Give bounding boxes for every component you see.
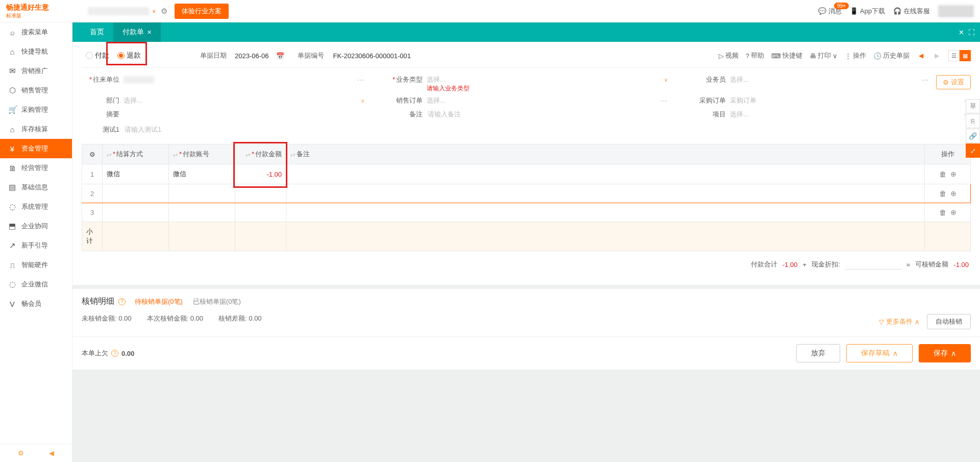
fullscreen-icon[interactable]: ⛶ [968, 29, 975, 36]
add-row-icon[interactable]: ⊕ [950, 208, 957, 216]
sidebar-item-sales[interactable]: ⬡销售管理 [0, 81, 72, 100]
add-row-icon[interactable]: ⊕ [950, 189, 957, 198]
video-button[interactable]: ▷ 视频 [719, 51, 739, 60]
sidebar-item-member[interactable]: V畅会员 [0, 294, 72, 313]
cell-account[interactable] [169, 203, 235, 222]
tab-home[interactable]: 首页 [81, 22, 113, 42]
save-draft-button[interactable]: 保存草稿∧ [846, 344, 913, 362]
sidebar-item-marketing[interactable]: ✉营销推广 [0, 61, 72, 81]
remark-input[interactable] [427, 108, 668, 120]
col-account[interactable]: ▴▾*付款账号 [169, 144, 235, 164]
cell-remark[interactable] [286, 184, 925, 203]
discard-button[interactable]: 放弃 [796, 344, 840, 362]
table-row[interactable]: 3 🗑⊕ [82, 203, 971, 222]
help-icon[interactable]: ? [118, 298, 126, 305]
sidebar-item-system[interactable]: ◌系统管理 [0, 197, 72, 216]
gear-icon[interactable]: ⚙ [161, 7, 167, 16]
dept-select[interactable]: 选择...∨ [124, 96, 364, 105]
tabs-bar: 首页 付款单✕ ✕ ⛶ [72, 22, 980, 42]
next-doc-icon[interactable]: ▶ [933, 52, 941, 59]
view-list-icon[interactable]: ☰ [948, 50, 960, 61]
sidebar-item-collab[interactable]: ⬒企业协同 [0, 216, 72, 236]
cell-amount[interactable] [235, 203, 286, 222]
table-row[interactable]: 2 🗑⊕ [82, 184, 971, 203]
prev-doc-icon[interactable]: ◀ [917, 52, 925, 59]
vendor-select[interactable]: ⋯ [124, 76, 364, 84]
auto-writeoff-button[interactable]: 自动核销 [927, 314, 971, 329]
project-select[interactable]: 选择...⋯ [730, 110, 971, 119]
sidebar-item-guide[interactable]: ↗新手引导 [0, 236, 72, 255]
close-icon[interactable]: ✕ [147, 29, 152, 36]
col-settle[interactable]: ▴▾*结算方式 [103, 144, 169, 164]
field-label: *业务类型 [385, 75, 423, 84]
tab-pending[interactable]: 待核销单据(0笔) [135, 297, 183, 306]
history-button[interactable]: 🕓 历史单据 [873, 51, 910, 60]
collapse-icon[interactable]: ◀ [49, 449, 54, 457]
biztype-select[interactable]: 选择...∨ [427, 75, 668, 84]
sidebar-item-operation[interactable]: 🗎经营管理 [0, 158, 72, 178]
biztype-error: 请输入业务类型 [427, 84, 668, 93]
delete-row-icon[interactable]: 🗑 [939, 208, 946, 216]
sidebar-item-basic[interactable]: ▤基础信息 [0, 178, 72, 197]
purchase-order-select[interactable]: 采购订单⋯ [730, 96, 971, 105]
float-link-icon[interactable]: 🔗 [966, 129, 980, 143]
sidebar-item-purchase[interactable]: 🛒采购管理 [0, 100, 72, 119]
save-button[interactable]: 保存∧ [919, 344, 971, 362]
cell-remark[interactable] [286, 164, 925, 184]
tab-close-all-icon[interactable]: ✕ [959, 29, 964, 36]
help-button[interactable]: ? 帮助 [746, 51, 764, 60]
radio-pay[interactable]: 付款 [82, 49, 113, 62]
delete-row-icon[interactable]: 🗑 [939, 189, 946, 198]
tab-payment[interactable]: 付款单✕ [113, 22, 161, 42]
shortcut-button[interactable]: ⌨ 快捷键 [771, 51, 802, 60]
app-download-link[interactable]: 📱 App下载 [850, 7, 885, 16]
discount-input[interactable] [845, 259, 901, 270]
cell-account[interactable]: 微信 [169, 164, 235, 184]
trial-button[interactable]: 体验行业方案 [175, 4, 229, 19]
sidebar-item-stock[interactable]: ⌂库存核算 [0, 119, 72, 139]
test1-input[interactable] [124, 124, 364, 136]
cell-settle[interactable] [103, 203, 169, 222]
messages-link[interactable]: 💬 消息 99+ [818, 7, 842, 16]
float-draft-icon[interactable]: 草 [966, 99, 980, 113]
company-selector[interactable]: ∨ [88, 7, 156, 15]
float-expand-icon[interactable]: ⤢ [966, 143, 980, 158]
more-filter-button[interactable]: ▽更多条件 ∧ [879, 317, 920, 326]
sales-order-select[interactable]: 选择...⋯ [427, 96, 668, 105]
header-row: 付款 退款 单据日期 2023-06-06 📅 单据编号 FK-20230606… [82, 49, 971, 68]
calendar-icon[interactable]: 📅 [276, 52, 284, 60]
table-row[interactable]: 1 微信 微信 -1.00 🗑⊕ [82, 164, 971, 184]
col-gear[interactable]: ⚙ [82, 144, 103, 164]
sidebar-item-wechat[interactable]: ◌企业微信 [0, 275, 72, 294]
cell-settle[interactable]: 微信 [103, 164, 169, 184]
delete-row-icon[interactable]: 🗑 [939, 170, 946, 178]
sidebar-item-quicknav[interactable]: ⌂快捷导航 [0, 42, 72, 61]
view-card-icon[interactable]: ▦ [960, 50, 971, 61]
cell-settle[interactable] [103, 184, 169, 203]
cell-amount[interactable]: -1.00 [235, 164, 286, 184]
col-remark[interactable]: ▴▾备注 [286, 144, 925, 164]
operate-button[interactable]: ⋮ 操作 [845, 51, 866, 60]
label: 历史单据 [883, 51, 910, 60]
sidebar-item-search[interactable]: ⌕搜索菜单 [0, 22, 72, 42]
sidebar-label: 快捷导航 [21, 47, 48, 56]
avatar[interactable] [938, 5, 974, 17]
radio-refund[interactable]: 退款 [113, 49, 145, 62]
add-row-icon[interactable]: ⊕ [950, 170, 957, 178]
help-icon[interactable]: ? [111, 350, 118, 357]
float-copy-icon[interactable]: ⎘ [966, 114, 980, 128]
col-amount[interactable]: ▴▾*付款金额 [235, 144, 286, 164]
clerk-select[interactable]: 选择...⋯ [730, 75, 929, 84]
summary-input[interactable] [124, 108, 364, 120]
settings-icon[interactable]: ⚙ [18, 449, 24, 457]
sidebar-item-hardware[interactable]: ⎍智能硬件 [0, 255, 72, 275]
date-value[interactable]: 2023-06-06 [235, 52, 269, 60]
cell-amount[interactable] [235, 184, 286, 203]
cell-remark[interactable] [286, 203, 925, 222]
print-button[interactable]: 🖶 打印 ∨ [810, 51, 838, 60]
settings-button[interactable]: ⚙设置 [936, 75, 971, 89]
sidebar-item-funds[interactable]: ¥资金管理 [0, 139, 72, 158]
cell-account[interactable] [169, 184, 235, 203]
tab-done[interactable]: 已核销单据(0笔) [193, 297, 241, 306]
online-service-link[interactable]: 🎧 在线客服 [893, 7, 930, 16]
